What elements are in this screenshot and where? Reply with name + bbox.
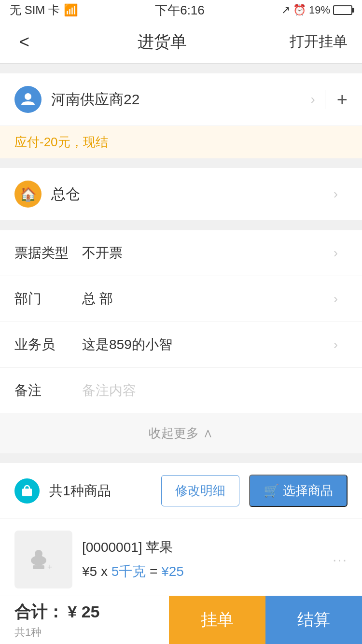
summary-count: 共1种	[14, 625, 154, 640]
warehouse-section: 🏠 总仓 ›	[0, 168, 362, 220]
supplier-row[interactable]: 河南供应商22 › +	[0, 73, 362, 126]
product-qty: 5千克	[111, 564, 146, 579]
divider	[325, 90, 325, 109]
person-icon	[20, 92, 36, 107]
total-label: 合计：	[14, 602, 64, 621]
department-label: 部门	[14, 290, 72, 308]
collapse-toggle[interactable]: 收起更多 ∧	[0, 413, 362, 453]
battery-icon	[333, 5, 352, 15]
edit-detail-button[interactable]: 修改明细	[161, 475, 239, 506]
total-value: ¥ 25	[68, 602, 99, 621]
hold-button[interactable]: 挂单	[169, 596, 265, 644]
salesman-chevron-icon: ›	[334, 337, 338, 352]
product-thumbnail: +	[14, 531, 72, 588]
ticket-type-row[interactable]: 票据类型 不开票 ›	[0, 230, 362, 276]
product-item: + [0000001] 苹果 ¥5 x 5千克 = ¥25 ···	[0, 518, 362, 600]
time-display: 下午6:16	[155, 2, 205, 19]
product-thumb-icon: +	[29, 545, 58, 574]
department-chevron-icon: ›	[334, 291, 338, 307]
product-count-icon	[14, 478, 40, 504]
remark-row[interactable]: 备注 备注内容	[0, 367, 362, 413]
supplier-name: 河南供应商22	[51, 90, 310, 110]
ticket-type-chevron-icon: ›	[334, 245, 338, 261]
remark-label: 备注	[14, 381, 72, 400]
svg-text:+: +	[47, 562, 53, 572]
form-section: 票据类型 不开票 › 部门 总 部 › 业务员 这是859的小智 › 备注 备注…	[0, 230, 362, 413]
svg-rect-1	[22, 489, 32, 496]
supplier-chevron-icon: ›	[310, 92, 315, 107]
product-name: [0000001] 苹果	[82, 538, 323, 557]
status-right: ↗ ⏰ 19%	[281, 4, 352, 16]
supplier-notice: 应付-20元，现结	[0, 126, 362, 158]
page-title: 进货单	[138, 31, 187, 53]
status-left: 无 SIM 卡 📶	[10, 2, 78, 18]
warehouse-row[interactable]: 🏠 总仓 ›	[0, 168, 362, 220]
supplier-section: 河南供应商22 › + 应付-20元，现结	[0, 73, 362, 158]
order-summary: 合计： ¥ 25 共1种	[0, 596, 169, 644]
department-value: 总 部	[82, 290, 334, 308]
remark-input[interactable]: 备注内容	[82, 381, 348, 400]
carrier-text: 无 SIM 卡	[10, 2, 60, 18]
department-row[interactable]: 部门 总 部 ›	[0, 276, 362, 322]
svg-point-3	[31, 556, 46, 565]
product-total: ¥25	[161, 564, 184, 579]
product-info: [0000001] 苹果 ¥5 x 5千克 = ¥25	[82, 538, 323, 581]
svg-point-0	[25, 93, 31, 100]
gap-3	[0, 220, 362, 230]
status-bar: 无 SIM 卡 📶 下午6:16 ↗ ⏰ 19%	[0, 0, 362, 20]
product-price-row: ¥5 x 5千克 = ¥25	[82, 562, 323, 581]
bag-icon	[20, 484, 34, 498]
open-hold-button[interactable]: 打开挂单	[290, 32, 348, 52]
location-icon: ↗	[281, 4, 290, 16]
svg-rect-4	[33, 565, 44, 569]
back-button[interactable]: <	[14, 27, 34, 57]
salesman-label: 业务员	[14, 336, 72, 354]
alarm-icon: ⏰	[293, 4, 306, 16]
checkout-button[interactable]: 结算	[265, 596, 362, 644]
add-supplier-button[interactable]: +	[337, 89, 348, 110]
gap-1	[0, 64, 362, 73]
summary-total: 合计： ¥ 25	[14, 601, 154, 623]
bottom-bar: 合计： ¥ 25 共1种 挂单 结算	[0, 596, 362, 644]
products-section: 共1种商品 修改明细 🛒 选择商品 + [0000001]	[0, 463, 362, 600]
gap-4	[0, 453, 362, 463]
supplier-avatar	[14, 86, 42, 113]
warehouse-chevron-icon: ›	[334, 186, 338, 202]
warehouse-name: 总仓	[51, 184, 334, 204]
gap-2	[0, 158, 362, 168]
salesman-row[interactable]: 业务员 这是859的小智 ›	[0, 322, 362, 367]
battery-percent: 19%	[309, 4, 330, 16]
main-content: 河南供应商22 › + 应付-20元，现结 🏠 总仓 › 票据类型 不开票 › …	[0, 64, 362, 644]
ticket-type-value: 不开票	[82, 244, 334, 262]
product-count-label: 共1种商品	[49, 482, 152, 500]
nav-bar: < 进货单 打开挂单	[0, 20, 362, 64]
salesman-value: 这是859的小智	[82, 336, 334, 354]
warehouse-icon: 🏠	[14, 181, 42, 208]
cart-icon: 🛒	[264, 483, 279, 498]
products-header: 共1种商品 修改明细 🛒 选择商品	[0, 463, 362, 518]
product-more-button[interactable]: ···	[333, 551, 348, 568]
select-product-button[interactable]: 🛒 选择商品	[249, 475, 348, 507]
ticket-type-label: 票据类型	[14, 244, 72, 262]
wifi-icon: 📶	[64, 3, 78, 17]
